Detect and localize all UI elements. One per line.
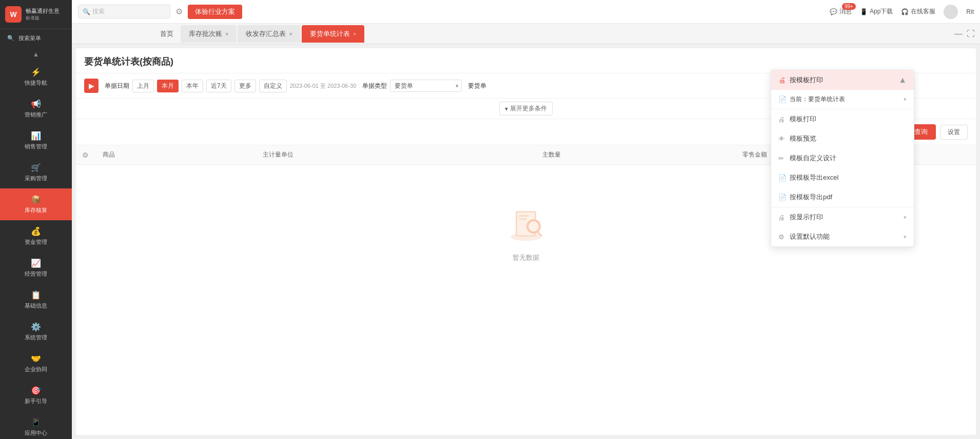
sidebar-item-inventory[interactable]: 📦 库存核算: [0, 188, 72, 220]
tab-receipt-summary[interactable]: 收发存汇总表 ×: [238, 25, 300, 43]
date-btn-more[interactable]: 更多: [234, 80, 256, 92]
sidebar-system-label: 系统管理: [25, 334, 47, 341]
dropdown-current-item[interactable]: 📄 当前：要货单统计表 ▾: [771, 90, 914, 109]
app-download-action[interactable]: 📱 App下载: [860, 7, 893, 16]
sidebar-item-app-center[interactable]: 📱 应用中心: [0, 411, 72, 439]
trial-button[interactable]: 体验行业方案: [188, 5, 242, 19]
dropdown-item-set-default[interactable]: ⚙ 设置默认功能 ▾: [771, 227, 914, 246]
expand-more-button[interactable]: ▾ 展开更多条件: [499, 102, 553, 116]
dropdown-current-label: 当前：要货单统计表: [790, 95, 845, 104]
sidebar-item-system[interactable]: ⚙️ 系统管理: [0, 316, 72, 348]
headset-icon: 🎧: [901, 8, 909, 15]
logo-icon: W: [5, 6, 22, 23]
display-print-label: 按显示打印: [790, 213, 823, 222]
order-type-filter-label: 要货单: [468, 82, 486, 90]
dropdown-item-template-print[interactable]: 🖨 模板打印: [771, 109, 914, 129]
sidebar-item-newbie[interactable]: 🎯 新手引导: [0, 379, 72, 411]
tab-order-summary[interactable]: 要货单统计表 ×: [302, 25, 364, 43]
sidebar-scroll-up[interactable]: ▲: [0, 47, 72, 61]
tab-batch-account-close[interactable]: ×: [225, 31, 228, 37]
current-arrow-icon: ▾: [904, 96, 907, 103]
template-design-icon: ✏: [778, 155, 784, 162]
sidebar-item-search[interactable]: 🔍 搜索菜单: [0, 29, 72, 47]
type-select-wrapper: 要货单: [390, 80, 462, 92]
sales-icon: 📊: [31, 131, 41, 141]
order-type-filter-group: 要货单: [468, 82, 486, 90]
date-btn-last-month[interactable]: 上月: [132, 80, 154, 92]
expand-icon: ▾: [505, 105, 508, 112]
tab-home[interactable]: 首页: [154, 25, 180, 43]
online-service-action[interactable]: 🎧 在线客服: [901, 7, 935, 16]
template-excel-label: 按模板导出excel: [790, 173, 838, 182]
template-pdf-label: 按模板导出pdf: [790, 193, 832, 202]
sidebar-item-sales[interactable]: 📊 销售管理: [0, 125, 72, 157]
newbie-icon: 🎯: [31, 386, 41, 395]
dropdown-menu: 🖨 按模板打印 ▲ 📄 当前：要货单统计表 ▾ 🖨 模板打印 👁 模板预览 ✏: [771, 70, 914, 247]
dropdown-item-display-print[interactable]: 🖨 按显示打印 ▾: [771, 207, 914, 227]
dropdown-close-button[interactable]: ▲: [898, 75, 907, 85]
template-design-label: 模板自定义设计: [790, 154, 836, 163]
sidebar-sales-label: 销售管理: [25, 143, 47, 150]
sidebar-item-operation[interactable]: 📈 经营管理: [0, 252, 72, 284]
tab-batch-account[interactable]: 库存批次账 ×: [181, 25, 237, 43]
set-default-icon: ⚙: [778, 233, 785, 241]
online-service-label: 在线客服: [911, 7, 935, 16]
topbar-actions: 💬 消息 99+ 📱 App下载 🎧 在线客服 Rit: [830, 5, 974, 19]
app-logo: W 畅赢通好生意 标准版: [0, 0, 72, 29]
sidebar-item-marketing[interactable]: 📢 营销推广: [0, 93, 72, 125]
date-filter-group: 单据日期 上月 本月 本年 近7天 更多 自定义 2023-06-01 至 20…: [105, 80, 356, 92]
sidebar-item-finance[interactable]: 💰 资金管理: [0, 220, 72, 252]
topbar-gear-icon[interactable]: ⚙: [175, 7, 183, 16]
col-header-unit: 主计量单位: [257, 145, 536, 165]
app-download-label: App下载: [870, 7, 893, 16]
sidebar-quick-nav-label: 快捷导航: [25, 79, 47, 87]
sidebar-inventory-label: 库存核算: [25, 206, 47, 214]
minimize-icon[interactable]: —: [954, 29, 963, 39]
svg-point-4: [528, 221, 539, 232]
dropdown-header: 🖨 按模板打印 ▲: [771, 70, 914, 90]
app-name: 畅赢通好生意: [26, 7, 60, 15]
tab-receipt-summary-close[interactable]: ×: [289, 31, 292, 37]
message-icon: 💬: [830, 8, 837, 15]
app-center-icon: 📱: [31, 417, 41, 427]
sidebar-purchase-label: 采购管理: [25, 175, 47, 182]
type-filter-group: 单据类型 要货单: [362, 80, 462, 92]
date-btn-this-year[interactable]: 本年: [182, 80, 203, 92]
dropdown-item-template-excel[interactable]: 📄 按模板导出excel: [771, 168, 914, 187]
table-settings-icon[interactable]: ⚙: [82, 151, 89, 159]
date-btn-this-month[interactable]: 本月: [157, 80, 179, 92]
page-container: 要货单统计表(按商品) ▶ 单据日期 上月 本月 本年 近7天 更多 自定义 2…: [76, 48, 976, 435]
tabbar: 首页 库存批次账 × 收发存汇总表 × 要货单统计表 × — ⛶: [72, 24, 980, 44]
empty-state-text: 暂无数据: [513, 253, 539, 262]
inventory-icon: 📦: [31, 195, 41, 204]
date-btn-custom[interactable]: 自定义: [259, 80, 287, 92]
search-icon: 🔍: [7, 35, 14, 42]
maximize-icon[interactable]: ⛶: [967, 29, 975, 39]
topbar-search-placeholder: 搜索: [92, 7, 105, 16]
dropdown-item-template-pdf[interactable]: 📄 按模板导出pdf: [771, 187, 914, 207]
sidebar: W 畅赢通好生意 标准版 🔍 搜索菜单 ▲ ⚡ 快捷导航 📢 营销推广 📊 销售…: [0, 0, 72, 439]
sidebar-item-purchase[interactable]: 🛒 采购管理: [0, 157, 72, 188]
dropdown-header-title: 🖨 按模板打印: [778, 75, 823, 85]
page-title: 要货单统计表(按商品): [84, 56, 173, 67]
sidebar-search-label: 搜索菜单: [18, 34, 41, 42]
type-select[interactable]: 要货单: [390, 80, 462, 92]
message-action[interactable]: 💬 消息 99+: [830, 7, 852, 16]
tab-batch-account-label: 库存批次账: [189, 29, 222, 39]
dropdown-item-template-preview[interactable]: 👁 模板预览: [771, 129, 914, 148]
template-print-label: 模板打印: [790, 114, 816, 124]
filter-expand-icon[interactable]: ▶: [84, 79, 99, 93]
sidebar-operation-label: 经营管理: [25, 270, 47, 278]
date-btn-7days[interactable]: 近7天: [206, 80, 231, 92]
message-badge: 99+: [842, 3, 856, 10]
template-preview-icon: 👁: [778, 135, 785, 143]
settings-button[interactable]: 设置: [940, 125, 968, 140]
tab-order-summary-close[interactable]: ×: [353, 31, 356, 37]
topbar-search[interactable]: 🔍 搜索: [78, 5, 170, 18]
dropdown-item-template-design[interactable]: ✏ 模板自定义设计: [771, 148, 914, 168]
sidebar-item-quick-nav[interactable]: ⚡ 快捷导航: [0, 61, 72, 93]
sidebar-item-basic[interactable]: 📋 基础信息: [0, 284, 72, 316]
sidebar-basic-label: 基础信息: [25, 302, 47, 310]
user-avatar[interactable]: [944, 5, 958, 19]
sidebar-item-enterprise[interactable]: 🤝 企业协同: [0, 348, 72, 379]
